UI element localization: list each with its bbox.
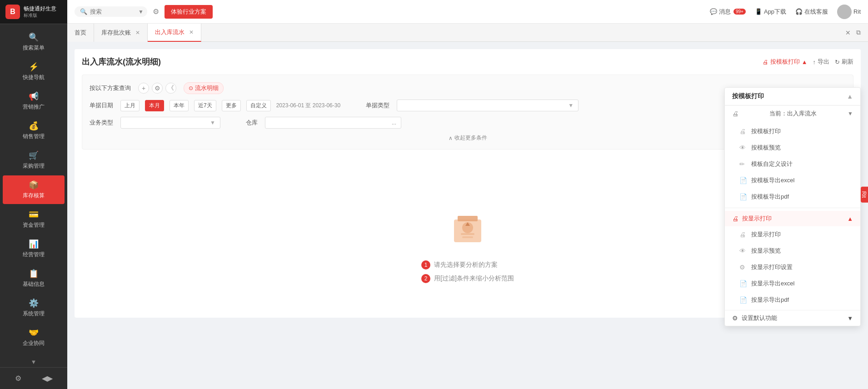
filter-gear-button[interactable]: ⚙ bbox=[152, 83, 163, 94]
system-label: 系统管理 bbox=[23, 310, 45, 318]
sidebar-item-system[interactable]: ⚙️ 系统管理 bbox=[3, 294, 65, 322]
export-button[interactable]: ↑ 导出 bbox=[813, 58, 830, 66]
refresh-button[interactable]: ↻ 刷新 bbox=[835, 58, 853, 66]
main-area: 🔍 ▼ ⚙ 体验行业方案 💬 消息 99+ 📱 App下载 🎧 在线客服 R bbox=[67, 0, 868, 389]
dropdown-item-display-settings[interactable]: ⚙ 按显示打印设置 bbox=[725, 259, 860, 275]
sidebar-item-base[interactable]: 📋 基础信息 bbox=[3, 264, 65, 293]
dropdown-item-template-preview[interactable]: 👁 按模板预览 bbox=[725, 140, 860, 156]
date-btn-last-month[interactable]: 上月 bbox=[120, 100, 140, 111]
sidebar-item-guide[interactable]: 🎯 新手引导 bbox=[3, 353, 65, 357]
right-edge-button[interactable]: Rit bbox=[861, 187, 868, 203]
warehouse-more-icon[interactable]: ... bbox=[392, 120, 396, 126]
doc-type-select[interactable]: ▼ bbox=[397, 100, 579, 111]
app-download-button[interactable]: 📱 App下载 bbox=[755, 8, 786, 16]
user-profile[interactable]: Rit bbox=[837, 5, 861, 19]
dropdown-footer[interactable]: ⚙ 设置默认功能 ▼ bbox=[725, 310, 860, 326]
sidebar-item-coop[interactable]: 🤝 企业协同 bbox=[3, 323, 65, 352]
marketing-icon: 📢 bbox=[29, 91, 39, 101]
pdf-icon-1: 📄 bbox=[739, 193, 747, 200]
tab-inout-flow-close[interactable]: ✕ bbox=[189, 29, 194, 35]
base-icon: 📋 bbox=[29, 269, 39, 279]
filter-tag[interactable]: ⊙ 流水明细 bbox=[184, 82, 224, 94]
tab-close-icon[interactable]: ✕ bbox=[843, 27, 853, 38]
promo-button[interactable]: 体验行业方案 bbox=[165, 5, 213, 19]
sidebar-item-inventory[interactable]: 📦 库存核算 bbox=[3, 175, 65, 204]
eye-icon-2: 👁 bbox=[739, 247, 747, 254]
printer-icon-2: 🖨 bbox=[739, 231, 747, 238]
dropdown-item-display-print[interactable]: 🖨 按显示打印 bbox=[725, 226, 860, 243]
warehouse-select[interactable]: ... bbox=[265, 117, 401, 129]
online-service-button[interactable]: 🎧 在线客服 bbox=[795, 8, 828, 16]
system-icon: ⚙️ bbox=[29, 298, 39, 308]
svg-rect-1 bbox=[458, 216, 478, 221]
sidebar-toggle-btn[interactable]: ◀▶ bbox=[40, 372, 55, 384]
display-print-section-header[interactable]: 🖨 按显示打印 ▲ bbox=[725, 211, 860, 226]
coop-label: 企业协同 bbox=[23, 339, 45, 347]
tab-inout-flow[interactable]: 出入库流水 ✕ bbox=[148, 24, 201, 42]
search-dropdown-icon[interactable]: ▼ bbox=[138, 9, 144, 15]
sidebar-item-quick-nav[interactable]: ⚡ 快捷导航 bbox=[3, 57, 65, 86]
biz-type-dropdown-icon: ▼ bbox=[210, 120, 215, 126]
dropdown-item-template-preview-label: 按模板预览 bbox=[751, 144, 781, 152]
dropdown-item-display-preview[interactable]: 👁 按显示预览 bbox=[725, 243, 860, 259]
dropdown-item-display-excel[interactable]: 📄 按显示导出excel bbox=[725, 275, 860, 292]
filter-tag-icon: ⊙ bbox=[189, 85, 193, 91]
username-label: Rit bbox=[853, 8, 861, 15]
settings-icon-2: ⚙ bbox=[739, 264, 747, 271]
header-search-box[interactable]: 🔍 ▼ bbox=[75, 6, 147, 17]
sidebar-nav: 🔍 搜索菜单 ⚡ 快捷导航 📢 营销推广 💰 销售管理 🛒 采购管理 📦 库存核… bbox=[0, 24, 67, 357]
date-btn-more[interactable]: 更多 bbox=[222, 100, 241, 111]
date-btn-custom[interactable]: 自定义 bbox=[246, 100, 271, 111]
print-template-button[interactable]: 🖨 按模板打印 ▲ bbox=[763, 58, 808, 66]
sales-icon: 💰 bbox=[29, 121, 39, 131]
tab-home[interactable]: 首页 bbox=[67, 24, 94, 42]
dropdown-item-template-print[interactable]: 🖨 按模板打印 bbox=[725, 123, 860, 140]
message-icon: 💬 bbox=[710, 8, 717, 15]
sidebar-settings-btn[interactable]: ⚙ bbox=[13, 372, 23, 384]
date-btn-this-month[interactable]: 本月 bbox=[145, 100, 164, 111]
edit-icon-1: ✏ bbox=[739, 160, 747, 168]
message-button[interactable]: 💬 消息 99+ bbox=[710, 8, 746, 16]
date-btn-7days[interactable]: 近7天 bbox=[194, 100, 216, 111]
avatar bbox=[837, 5, 852, 19]
filter-add-button[interactable]: + bbox=[138, 83, 149, 94]
dropdown-item-template-pdf[interactable]: 📄 按模板导出pdf bbox=[725, 189, 860, 205]
export-label: 导出 bbox=[818, 58, 829, 66]
search-input[interactable] bbox=[90, 8, 135, 15]
date-btn-this-year[interactable]: 本年 bbox=[170, 100, 189, 111]
step-label-2: 用[过滤]条件来缩小分析范围 bbox=[434, 274, 514, 283]
dropdown-item-template-custom[interactable]: ✏ 模板自定义设计 bbox=[725, 156, 860, 172]
sidebar-item-marketing[interactable]: 📢 营销推广 bbox=[3, 87, 65, 115]
dropdown-item-template-excel[interactable]: 📄 按模板导出excel bbox=[725, 172, 860, 189]
dropdown-expand-icon[interactable]: ▲ bbox=[847, 93, 853, 100]
filter-collapse-button[interactable]: 《 bbox=[165, 83, 176, 94]
dropdown-item-display-preview-label: 按显示预览 bbox=[751, 247, 781, 255]
filter-label: 按以下方案查询 bbox=[90, 84, 131, 92]
sidebar-item-finance[interactable]: 💳 资金管理 bbox=[3, 205, 65, 234]
header-gear-icon[interactable]: ⚙ bbox=[153, 7, 159, 16]
tab-batch-account[interactable]: 库存批次账 ✕ bbox=[94, 24, 148, 42]
printer-icon-1: 🖨 bbox=[739, 128, 747, 135]
current-template-row[interactable]: 🖨 当前：出入库流水 ▼ bbox=[725, 105, 860, 121]
sidebar-item-operation[interactable]: 📊 经营管理 bbox=[3, 234, 65, 263]
purchase-label: 采购管理 bbox=[23, 162, 45, 170]
dropdown-footer-label: 设置默认功能 bbox=[742, 314, 777, 322]
sidebar-item-purchase[interactable]: 🛒 采购管理 bbox=[3, 146, 65, 175]
sidebar-scroll-down[interactable]: ▼ bbox=[0, 357, 67, 367]
sidebar-item-sales[interactable]: 💰 销售管理 bbox=[3, 116, 65, 145]
empty-step-1: 1 请先选择要分析的方案 bbox=[421, 260, 514, 269]
display-print-section-label: 按显示打印 bbox=[742, 214, 772, 223]
collapse-label: 收起更多条件 bbox=[454, 134, 487, 142]
tab-batch-account-close[interactable]: ✕ bbox=[135, 30, 140, 36]
doc-type-dropdown-icon: ▼ bbox=[568, 102, 574, 109]
display-print-section: 🖨 按显示打印 ▲ 🖨 按显示打印 👁 按显示预览 ⚙ 按显示打印设置 bbox=[725, 209, 860, 310]
app-download-label: App下载 bbox=[764, 8, 786, 16]
header-right: 💬 消息 99+ 📱 App下载 🎧 在线客服 Rit bbox=[710, 5, 861, 19]
sidebar-item-search[interactable]: 🔍 搜索菜单 bbox=[3, 28, 65, 56]
tab-maximize-icon[interactable]: ⧉ bbox=[854, 27, 863, 38]
dropdown-item-display-pdf[interactable]: 📄 按显示导出pdf bbox=[725, 292, 860, 308]
biz-type-select[interactable]: ▼ bbox=[120, 117, 220, 129]
collapse-button[interactable]: ∧ 收起更多条件 bbox=[449, 134, 487, 142]
message-label: 消息 bbox=[719, 8, 731, 16]
biz-type-label: 业务类型 bbox=[90, 119, 113, 127]
